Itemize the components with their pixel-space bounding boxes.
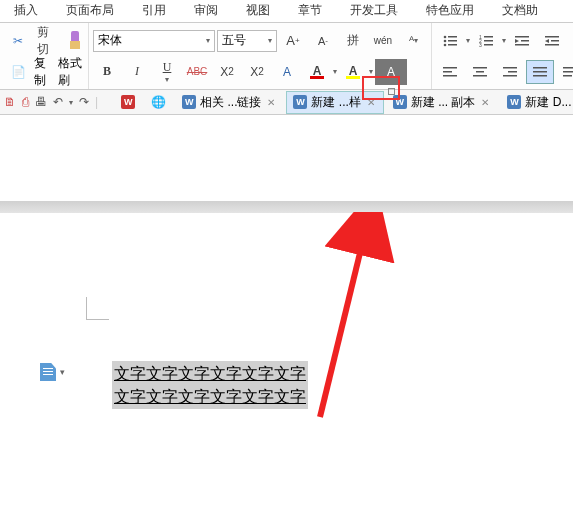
menu-bar: 插入 页面布局 引用 审阅 视图 章节 开发工具 特色应用 文档助	[0, 0, 573, 23]
svg-rect-14	[521, 40, 529, 42]
change-case-button[interactable]: ᴬ▾	[399, 29, 427, 53]
tab-settings-button[interactable]	[568, 29, 573, 53]
align-left-button[interactable]	[436, 60, 464, 84]
font-group: 宋体 ▾ 五号 ▾ A+ A- 拼 wén ᴬ▾ B I U ▾ ABC X2 …	[89, 23, 432, 89]
svg-rect-30	[508, 71, 517, 73]
doc-tab[interactable]: 🌐	[144, 92, 173, 112]
bullet-list-button[interactable]	[436, 29, 464, 53]
highlight-button[interactable]: A	[339, 60, 367, 84]
svg-rect-31	[503, 75, 517, 77]
svg-rect-18	[551, 40, 559, 42]
selected-text-block[interactable]: 文字文字文字文字文字文字 文字文字文字文字文字文字	[112, 361, 308, 409]
font-color-button[interactable]: A	[303, 60, 331, 84]
doc-icon: W	[182, 95, 196, 109]
quick-access-bar: 🗎 ⎙ 🖶 ↶ ▾ ↷ | W 🌐 W 相关 ...链接 ✕ W 新建 ...样…	[0, 90, 573, 115]
menu-review[interactable]: 审阅	[180, 0, 232, 21]
format-painter-icon[interactable]	[65, 29, 84, 53]
svg-rect-15	[515, 44, 529, 46]
caret-down-icon[interactable]: ▾	[369, 67, 373, 76]
menu-insert[interactable]: 插入	[0, 0, 52, 21]
menu-section[interactable]: 章节	[284, 0, 336, 21]
caret-down-icon[interactable]: ▾	[466, 36, 470, 45]
svg-rect-28	[473, 75, 487, 77]
svg-point-2	[444, 39, 447, 42]
tab-label: 新建 ... 副本	[411, 94, 476, 111]
svg-rect-26	[473, 67, 487, 69]
cut-button[interactable]: 剪切	[34, 29, 63, 53]
menu-doc-assist[interactable]: 文档助	[488, 0, 552, 21]
caret-down-icon[interactable]: ▾	[60, 367, 65, 377]
svg-line-42	[320, 220, 368, 417]
print-icon[interactable]: 🖶	[35, 93, 47, 111]
svg-rect-16	[545, 36, 559, 38]
underline-button[interactable]: U ▾	[153, 60, 181, 84]
svg-rect-23	[443, 67, 457, 69]
doc-tab-copy[interactable]: W 新建 ... 副本 ✕	[386, 91, 499, 114]
document-area[interactable]: ▾ 文字文字文字文字文字文字 文字文字文字文字文字文字	[0, 115, 573, 514]
copy-label[interactable]: 复制	[34, 55, 52, 89]
clear-format-button[interactable]: A	[273, 60, 301, 84]
menu-page-layout[interactable]: 页面布局	[52, 0, 128, 21]
doc-tab-link[interactable]: W 相关 ...链接 ✕	[175, 91, 284, 114]
caret-down-icon[interactable]: ▾	[69, 98, 73, 107]
wps-icon: W	[121, 95, 135, 109]
undo-icon[interactable]: ↶	[53, 93, 63, 111]
menu-devtools[interactable]: 开发工具	[336, 0, 412, 21]
font-size-combo[interactable]: 五号 ▾	[217, 30, 277, 52]
caret-down-icon[interactable]: ▾	[333, 67, 337, 76]
caret-down-icon: ▾	[206, 36, 210, 45]
bold-button[interactable]: B	[93, 60, 121, 84]
document-tabs: W 🌐 W 相关 ...链接 ✕ W 新建 ...样 ✕ W 新建 ... 副本…	[114, 91, 573, 114]
menu-references[interactable]: 引用	[128, 0, 180, 21]
doc-icon: W	[393, 95, 407, 109]
pinyin-button[interactable]: wén	[369, 29, 397, 53]
copy-button[interactable]: 📄	[4, 60, 32, 84]
svg-rect-36	[563, 71, 573, 73]
close-icon[interactable]: ✕	[479, 97, 491, 108]
align-center-button[interactable]	[466, 60, 494, 84]
increase-indent-button[interactable]	[538, 29, 566, 53]
shrink-font-button[interactable]: A-	[309, 29, 337, 53]
paragraph-group: ▾ 123 ▾ ▾ A̷	[432, 23, 573, 89]
doc-tab-d[interactable]: W 新建 D...	[500, 91, 573, 114]
caret-down-icon[interactable]: ▾	[502, 36, 506, 45]
subscript-button[interactable]: X2	[243, 60, 271, 84]
align-distribute-button[interactable]	[556, 60, 573, 84]
export-pdf-icon[interactable]: ⎙	[22, 93, 29, 111]
font-family-combo[interactable]: 宋体 ▾	[93, 30, 215, 52]
strikethrough-button[interactable]: ABC	[183, 60, 211, 84]
svg-rect-5	[448, 44, 457, 46]
superscript-button[interactable]: X2	[213, 60, 241, 84]
align-right-button[interactable]	[496, 60, 524, 84]
format-painter-label[interactable]: 格式刷	[58, 55, 84, 89]
svg-rect-27	[476, 71, 484, 73]
doc-tab[interactable]: W	[114, 92, 142, 112]
scissors-icon[interactable]: ✂	[4, 29, 32, 53]
grow-font-button[interactable]: A+	[279, 29, 307, 53]
italic-button[interactable]: I	[123, 60, 151, 84]
text-line[interactable]: 文字文字文字文字文字文字	[114, 362, 306, 385]
text-line[interactable]: 文字文字文字文字文字文字	[114, 385, 306, 408]
save-icon[interactable]: 🗎	[4, 93, 16, 111]
char-shading-button[interactable]: A	[375, 59, 407, 85]
svg-rect-11	[484, 44, 493, 46]
close-icon[interactable]: ✕	[365, 97, 377, 108]
menu-view[interactable]: 视图	[232, 0, 284, 21]
menu-special[interactable]: 特色应用	[412, 0, 488, 21]
doc-icon: W	[507, 95, 521, 109]
phonetic-guide-button[interactable]: 拼	[339, 29, 367, 53]
navigation-doc-icon[interactable]	[40, 363, 56, 381]
close-icon[interactable]: ✕	[265, 97, 277, 108]
align-justify-button[interactable]	[526, 60, 554, 84]
svg-rect-33	[533, 71, 547, 73]
caret-down-icon: ▾	[268, 36, 272, 45]
svg-rect-1	[448, 36, 457, 38]
globe-icon: 🌐	[151, 95, 166, 109]
svg-rect-24	[443, 71, 452, 73]
number-list-button[interactable]: 123	[472, 29, 500, 53]
svg-rect-37	[563, 75, 572, 77]
doc-tab-new[interactable]: W 新建 ...样 ✕	[286, 91, 383, 114]
decrease-indent-button[interactable]	[508, 29, 536, 53]
svg-point-4	[444, 43, 447, 46]
redo-icon[interactable]: ↷	[79, 93, 89, 111]
